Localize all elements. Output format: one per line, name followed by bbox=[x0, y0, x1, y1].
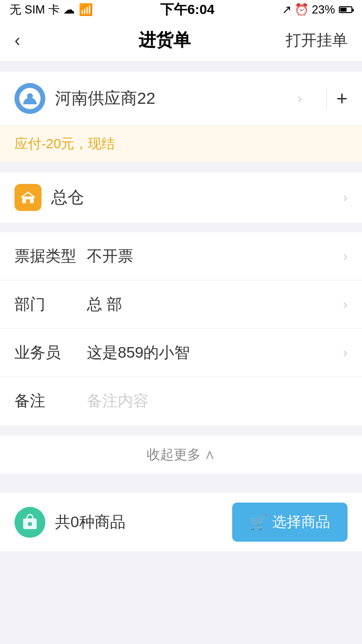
select-product-label: 选择商品 bbox=[272, 512, 330, 532]
bottom-bar: 共0种商品 🛒 选择商品 bbox=[0, 493, 362, 551]
invoice-type-label: 票据类型 bbox=[14, 246, 82, 267]
battery-icon bbox=[339, 6, 352, 13]
warehouse-icon bbox=[14, 184, 42, 211]
remark-input[interactable]: 备注内容 bbox=[87, 391, 348, 412]
supplier-row[interactable]: 河南供应商22 › + bbox=[0, 71, 362, 126]
supplier-card: 河南供应商22 › + 应付-20元，现结 bbox=[0, 71, 362, 162]
status-right: ↗ ⏰ 23% bbox=[282, 3, 352, 16]
form-card: 票据类型 不开票 › 部门 总 部 › 业务员 这是859的小智 › 备注 备注… bbox=[0, 232, 362, 425]
warehouse-card[interactable]: 总仓 › bbox=[0, 172, 362, 223]
svg-rect-4 bbox=[28, 522, 32, 526]
supplier-name: 河南供应商22 bbox=[55, 87, 297, 110]
salesperson-value: 这是859的小智 bbox=[87, 342, 343, 364]
product-icon bbox=[14, 507, 45, 538]
battery-text: 23% bbox=[312, 3, 335, 16]
add-supplier-button[interactable]: + bbox=[336, 88, 348, 110]
select-product-button[interactable]: 🛒 选择商品 bbox=[232, 503, 348, 542]
product-count: 共0种商品 bbox=[55, 512, 232, 533]
page-title: 进货单 bbox=[43, 28, 286, 52]
collapse-button[interactable]: 收起更多 ∧ bbox=[0, 435, 362, 474]
invoice-type-value: 不开票 bbox=[87, 246, 343, 267]
warehouse-row[interactable]: 总仓 › bbox=[0, 172, 362, 223]
department-label: 部门 bbox=[14, 294, 82, 315]
page-background bbox=[0, 551, 362, 644]
salesperson-row[interactable]: 业务员 这是859的小智 › bbox=[0, 329, 362, 377]
remark-row[interactable]: 备注 备注内容 bbox=[0, 377, 362, 425]
status-time: 下午6:04 bbox=[160, 0, 214, 19]
department-row[interactable]: 部门 总 部 › bbox=[0, 280, 362, 329]
warehouse-arrow-icon: › bbox=[343, 190, 348, 205]
open-pending-button[interactable]: 打开挂单 bbox=[286, 30, 348, 51]
sim-label: 无 SIM 卡 ☁ bbox=[10, 2, 75, 17]
notice-bar: 应付-20元，现结 bbox=[0, 126, 362, 162]
salesperson-arrow-icon: › bbox=[343, 345, 348, 361]
svg-rect-2 bbox=[26, 199, 30, 203]
section-gap-1 bbox=[0, 62, 362, 71]
salesperson-label: 业务员 bbox=[14, 342, 82, 364]
section-gap-2 bbox=[0, 162, 362, 171]
back-button[interactable]: ‹ bbox=[14, 30, 43, 51]
nav-bar: ‹ 进货单 打开挂单 bbox=[0, 19, 362, 62]
warehouse-name: 总仓 bbox=[51, 186, 343, 209]
status-bar: 无 SIM 卡 ☁ 📶 下午6:04 ↗ ⏰ 23% bbox=[0, 0, 362, 19]
department-value: 总 部 bbox=[87, 294, 343, 315]
remark-label: 备注 bbox=[14, 391, 82, 412]
wifi-icon: 📶 bbox=[79, 3, 93, 16]
department-arrow-icon: › bbox=[343, 297, 348, 312]
invoice-type-row[interactable]: 票据类型 不开票 › bbox=[0, 232, 362, 280]
supplier-arrow-icon: › bbox=[297, 91, 302, 106]
status-left: 无 SIM 卡 ☁ 📶 bbox=[10, 2, 93, 17]
section-gap-3 bbox=[0, 474, 362, 483]
location-icon: ↗ bbox=[282, 3, 292, 16]
select-product-icon: 🛒 bbox=[250, 514, 267, 531]
invoice-type-arrow-icon: › bbox=[343, 249, 348, 264]
supplier-divider bbox=[326, 89, 327, 108]
supplier-avatar-icon bbox=[19, 88, 41, 109]
alarm-icon: ⏰ bbox=[294, 3, 309, 16]
supplier-avatar bbox=[14, 83, 45, 114]
